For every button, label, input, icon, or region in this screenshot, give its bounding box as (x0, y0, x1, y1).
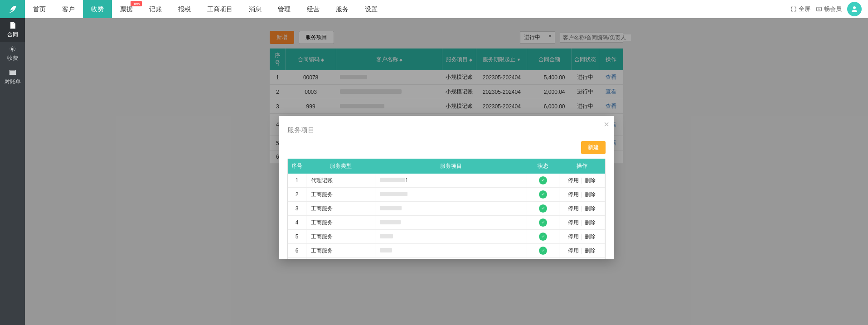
m-cell-status (527, 216, 559, 230)
sidebar-item-对账单[interactable]: 对账单 (0, 65, 25, 89)
sidebar-label: 合同 (7, 31, 18, 39)
m-cell-index: 6 (288, 244, 306, 258)
m-cell-type: 代理记账 (306, 174, 375, 188)
m-cell-status (527, 174, 559, 188)
delete-link[interactable]: 删除 (583, 233, 597, 240)
m-cell-name (375, 230, 527, 244)
list-item: 7工商服务停用删除 (288, 258, 605, 260)
m-cell-type: 工商服务 (306, 258, 375, 260)
fullscreen-label: 全屏 (799, 5, 810, 13)
m-cell-ops: 停用删除 (559, 244, 605, 258)
m-cell-ops: 停用删除 (559, 230, 605, 244)
m-cell-status (527, 258, 559, 260)
svg-point-1 (853, 6, 856, 9)
disable-link[interactable]: 停用 (566, 177, 581, 184)
disable-link[interactable]: 停用 (566, 233, 581, 240)
delete-link[interactable]: 删除 (583, 219, 597, 226)
nav-item-设置[interactable]: 设置 (357, 0, 386, 18)
modal-col-header: 状态 (527, 159, 559, 174)
delete-link[interactable]: 删除 (583, 191, 597, 198)
m-cell-ops: 停用删除 (559, 258, 605, 260)
modal-title: 服务项目 (279, 116, 614, 135)
list-item: 3工商服务停用删除 (288, 202, 605, 216)
disable-link[interactable]: 停用 (566, 247, 581, 254)
m-cell-index: 5 (288, 230, 306, 244)
list-item: 4工商服务停用删除 (288, 216, 605, 230)
m-cell-index: 4 (288, 216, 306, 230)
feather-icon (8, 4, 18, 14)
delete-link[interactable]: 删除 (583, 247, 597, 254)
nav-item-客户[interactable]: 客户 (54, 0, 83, 18)
m-cell-status (527, 202, 559, 216)
modal-col-header: 操作 (559, 159, 605, 174)
member-button[interactable]: 畅会员 (816, 5, 842, 13)
status-active-icon (539, 218, 547, 227)
status-active-icon (539, 233, 547, 241)
nav-item-管理[interactable]: 管理 (270, 0, 299, 18)
modal-col-header: 服务类型 (306, 159, 375, 174)
sidebar-item-收费[interactable]: ¥收费 (0, 42, 25, 65)
close-icon[interactable]: × (604, 120, 609, 129)
m-cell-name (375, 244, 527, 258)
top-nav: 首页客户收费票据new记账报税工商项目消息管理经营服务设置 全屏 畅会员 (0, 0, 868, 18)
sidebar-label: 对账单 (5, 78, 21, 86)
status-active-icon (539, 204, 547, 213)
status-active-icon (539, 176, 547, 184)
nav-item-经营[interactable]: 经营 (299, 0, 328, 18)
member-label: 畅会员 (824, 5, 842, 13)
list-item: 6工商服务停用删除 (288, 244, 605, 258)
m-cell-name: 1 (375, 174, 527, 188)
modal-col-header: 序号 (288, 159, 306, 174)
nav-item-首页[interactable]: 首页 (25, 0, 54, 18)
m-cell-index: 7 (288, 258, 306, 260)
m-cell-status (527, 244, 559, 258)
m-cell-name (375, 202, 527, 216)
nav-item-记账[interactable]: 记账 (141, 0, 170, 18)
m-cell-type: 工商服务 (306, 202, 375, 216)
sidebar-icon (9, 68, 17, 77)
new-badge: new (131, 1, 142, 6)
sidebar-label: 收费 (7, 54, 18, 62)
m-cell-index: 3 (288, 202, 306, 216)
modal-table-scroll[interactable]: 序号服务类型服务项目状态操作 1代理记账1停用删除2工商服务停用删除3工商服务停… (287, 159, 606, 259)
m-cell-type: 工商服务 (306, 188, 375, 202)
m-cell-ops: 停用删除 (559, 188, 605, 202)
left-sidebar: 合同¥收费对账单 (0, 18, 25, 325)
nav-item-消息[interactable]: 消息 (241, 0, 270, 18)
nav-item-报税[interactable]: 报税 (170, 0, 199, 18)
disable-link[interactable]: 停用 (566, 191, 581, 198)
fullscreen-button[interactable]: 全屏 (790, 5, 810, 13)
m-cell-ops: 停用删除 (559, 202, 605, 216)
nav-item-服务[interactable]: 服务 (328, 0, 357, 18)
disable-link[interactable]: 停用 (566, 205, 581, 212)
m-cell-index: 2 (288, 188, 306, 202)
avatar[interactable] (847, 2, 862, 16)
play-box-icon (816, 6, 822, 12)
status-active-icon (539, 247, 547, 255)
delete-link[interactable]: 删除 (583, 177, 597, 184)
m-cell-index: 1 (288, 174, 306, 188)
modal-col-header: 服务项目 (375, 159, 527, 174)
sidebar-icon (9, 21, 17, 29)
nav-item-工商项目[interactable]: 工商项目 (199, 0, 241, 18)
m-cell-status (527, 230, 559, 244)
user-icon (850, 5, 858, 13)
nav-item-收费[interactable]: 收费 (83, 0, 112, 18)
sidebar-icon: ¥ (9, 45, 17, 53)
m-cell-name (375, 216, 527, 230)
new-button[interactable]: 新建 (581, 141, 606, 154)
service-items-table: 序号服务类型服务项目状态操作 1代理记账1停用删除2工商服务停用删除3工商服务停… (288, 159, 605, 259)
svg-text:¥: ¥ (11, 47, 14, 51)
m-cell-ops: 停用删除 (559, 174, 605, 188)
list-item: 2工商服务停用删除 (288, 188, 605, 202)
m-cell-name (375, 188, 527, 202)
m-cell-type: 工商服务 (306, 230, 375, 244)
brand-logo[interactable] (0, 0, 25, 18)
sidebar-item-合同[interactable]: 合同 (0, 18, 25, 42)
disable-link[interactable]: 停用 (566, 219, 581, 226)
m-cell-ops: 停用删除 (559, 216, 605, 230)
m-cell-type: 工商服务 (306, 244, 375, 258)
m-cell-type: 工商服务 (306, 216, 375, 230)
nav-item-票据[interactable]: 票据new (112, 0, 141, 18)
delete-link[interactable]: 删除 (583, 205, 597, 212)
